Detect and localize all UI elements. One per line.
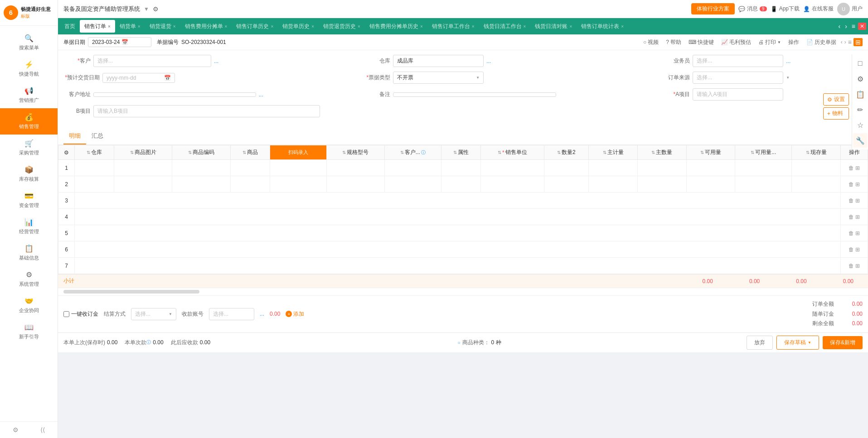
- cell-main-unit[interactable]: [589, 160, 638, 176]
- sidebar-item-search[interactable]: 🔍 搜索菜单: [0, 29, 58, 56]
- address-more-btn[interactable]: ...: [259, 91, 263, 98]
- cell-customer-code[interactable]: [384, 176, 441, 193]
- tab-next-btn[interactable]: ›: [843, 22, 849, 31]
- account-select[interactable]: 选择...: [209, 308, 254, 320]
- payment-method-select[interactable]: 选择... ▼: [131, 308, 176, 320]
- empty-cells[interactable]: [75, 225, 841, 241]
- order-source-input[interactable]: 选择...: [693, 72, 783, 84]
- cell-scan[interactable]: [270, 176, 326, 193]
- col-warehouse[interactable]: ⇅ 仓库: [75, 145, 114, 160]
- staff-input[interactable]: 选择...: [693, 55, 783, 67]
- delete-icon[interactable]: 🗑: [849, 197, 854, 204]
- customer-more-btn[interactable]: ...: [214, 58, 218, 64]
- tab-close-icon[interactable]: ×: [225, 24, 228, 29]
- delete-icon[interactable]: 🗑: [849, 263, 854, 269]
- online-service-btn[interactable]: 👤 在线客服: [803, 5, 834, 13]
- sidebar-item-purchase[interactable]: 🛒 采购管理: [0, 135, 58, 161]
- history-btn[interactable]: 📄 历史单据: [804, 38, 839, 47]
- tab-sales-order[interactable]: 销售订单 ×: [80, 20, 115, 33]
- col-available2[interactable]: ⇅ 可用量...: [735, 145, 792, 160]
- scan-btn[interactable]: 扫码录入: [286, 148, 311, 157]
- cell-unit[interactable]: [480, 176, 544, 193]
- col-code[interactable]: ⇅ 商品编码: [172, 145, 230, 160]
- cell-main-qty[interactable]: [637, 176, 686, 193]
- col-unit[interactable]: ⇅ * 销售单位: [480, 145, 544, 160]
- scrollbar-area[interactable]: [58, 288, 868, 295]
- invoice-type-select[interactable]: 不开票 ▼: [393, 72, 484, 84]
- cell-stock[interactable]: [792, 160, 841, 176]
- col-qty2[interactable]: ⇅ 数量2: [544, 145, 589, 160]
- cell-available[interactable]: [686, 176, 735, 193]
- cell-image[interactable]: [114, 176, 172, 193]
- collapse-btn[interactable]: ⟨⟨: [40, 426, 45, 433]
- tab-summary[interactable]: 汇总: [86, 128, 109, 144]
- nav-next-icon[interactable]: ›: [844, 39, 846, 45]
- col-customer-code[interactable]: ⇅ 客户... ⓘ: [384, 145, 441, 160]
- user-btn[interactable]: U 用户: [837, 3, 863, 15]
- hscrollbar[interactable]: [63, 290, 199, 294]
- empty-cells[interactable]: [75, 193, 841, 209]
- tab-close-icon[interactable]: ×: [311, 24, 314, 29]
- sidebar-item-guide[interactable]: 📖 新手引导: [0, 318, 58, 345]
- cell-available[interactable]: [686, 160, 735, 176]
- empty-cells[interactable]: [75, 241, 841, 258]
- tab-close-icon[interactable]: ×: [420, 24, 423, 29]
- card-view-icon[interactable]: ⊞: [853, 38, 863, 46]
- tab-close-icon[interactable]: ×: [621, 24, 624, 29]
- cell-warehouse[interactable]: [75, 160, 114, 176]
- b-project-input[interactable]: 请输入B项目: [93, 105, 320, 117]
- nav-prev-icon[interactable]: ‹: [841, 39, 843, 45]
- tab-close-icon[interactable]: ×: [173, 24, 176, 29]
- right-panel-settings-btn[interactable]: ⚙: [853, 72, 868, 86]
- cell-qty2[interactable]: [544, 160, 589, 176]
- col-stock[interactable]: ⇅ 现存量: [792, 145, 841, 160]
- cell-code[interactable]: [172, 160, 230, 176]
- staff-more-btn[interactable]: ...: [786, 58, 790, 64]
- grid-view-icon[interactable]: ≡: [848, 39, 852, 46]
- cell-available2[interactable]: [735, 176, 792, 193]
- a-project-input[interactable]: 请输入A项目: [693, 88, 783, 101]
- delete-icon[interactable]: 🗑: [849, 214, 854, 220]
- cell-code[interactable]: [172, 176, 230, 193]
- tab-order-workbench[interactable]: 销售订单工作台 ×: [427, 20, 479, 33]
- copy-row-icon[interactable]: ⊞: [855, 197, 860, 204]
- sidebar-item-operations[interactable]: 📊 经营管理: [0, 213, 58, 240]
- tab-invoice-history[interactable]: 销货单历史 ×: [278, 20, 319, 33]
- tab-prev-btn[interactable]: ‹: [836, 22, 842, 31]
- settings-bottom-btn[interactable]: ⚙: [13, 426, 19, 433]
- empty-cells[interactable]: [75, 258, 841, 274]
- tab-sales-invoice[interactable]: 销货单 ×: [115, 20, 145, 33]
- sidebar-item-inventory[interactable]: 📦 库存核算: [0, 161, 58, 187]
- sidebar-item-finance[interactable]: 💳 资金管理: [0, 187, 58, 213]
- tab-close-all-btn[interactable]: ✕: [858, 23, 866, 30]
- add-btn[interactable]: + 添加: [286, 310, 304, 318]
- notification-btn[interactable]: 💬 消息 9: [738, 5, 767, 13]
- col-spec[interactable]: ⇅ 规格型号: [326, 145, 384, 160]
- cell-attr[interactable]: [441, 176, 480, 193]
- operation-btn[interactable]: 操作: [786, 38, 802, 47]
- tab-return-history[interactable]: 销货退货历史 ×: [319, 20, 365, 33]
- right-panel-tool-btn[interactable]: 🔧: [853, 133, 868, 148]
- right-panel-star-btn[interactable]: ☆: [853, 118, 868, 132]
- cell-customer-code[interactable]: [384, 160, 441, 176]
- copy-row-icon[interactable]: ⊞: [855, 246, 860, 253]
- print-btn[interactable]: 🖨 打印 ▼: [756, 38, 784, 47]
- cell-image[interactable]: [114, 160, 172, 176]
- right-panel-copy-btn[interactable]: 📋: [853, 87, 868, 101]
- delete-icon[interactable]: 🗑: [849, 165, 854, 171]
- delivery-date-input[interactable]: yyyy-mm-dd 📅: [102, 73, 175, 83]
- address-input[interactable]: [93, 92, 256, 97]
- warehouse-input[interactable]: 成品库: [393, 55, 484, 67]
- cell-attr[interactable]: [441, 160, 480, 176]
- copy-row-icon[interactable]: ⊞: [855, 181, 860, 188]
- delete-icon[interactable]: 🗑: [849, 181, 854, 188]
- cell-product[interactable]: [230, 176, 270, 193]
- tab-expense[interactable]: 销售费用分摊单 ×: [180, 20, 232, 33]
- delete-icon[interactable]: 🗑: [849, 230, 854, 236]
- tab-detail[interactable]: 明细: [63, 128, 86, 144]
- delete-icon[interactable]: 🗑: [849, 246, 854, 253]
- sidebar-item-collab[interactable]: 🤝 企业协同: [0, 292, 58, 318]
- col-gear[interactable]: ⚙: [58, 145, 75, 160]
- tab-expense-history[interactable]: 销售费用分摊单历史 ×: [365, 20, 427, 33]
- app-download-btn[interactable]: 📱 App下载: [771, 5, 800, 13]
